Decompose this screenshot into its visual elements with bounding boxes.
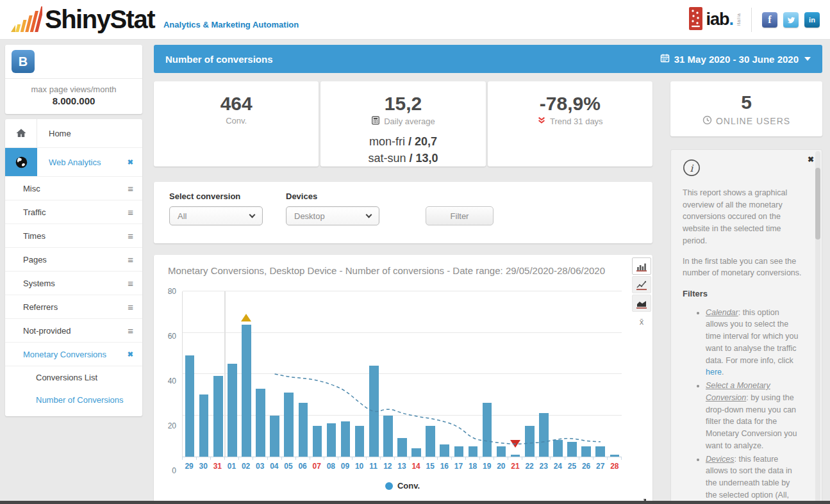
- conversion-select[interactable]: All: [169, 206, 263, 225]
- legend-label: Conv.: [397, 481, 420, 491]
- bar-02[interactable]: [242, 325, 251, 457]
- bar-26[interactable]: [581, 446, 591, 457]
- bar-14[interactable]: [411, 448, 421, 457]
- filters-bullet-list: Calendar: this option allows you to sele…: [683, 307, 802, 504]
- bar-05[interactable]: [284, 393, 294, 457]
- conversions-label: Conv.: [154, 116, 319, 126]
- bar-29[interactable]: [185, 355, 195, 457]
- menu-handle-icon[interactable]: ≡: [128, 207, 133, 218]
- x-tick-label: 01: [224, 462, 238, 471]
- sidebar-item-misc[interactable]: Misc≡: [5, 177, 142, 200]
- filter-panel: Select conversion All Devices Desktop: [154, 182, 652, 243]
- sidebar-item-monetary-conversions[interactable]: Monetary Conversions✖: [5, 343, 142, 366]
- bar-30[interactable]: [199, 394, 209, 457]
- help-link[interactable]: here: [706, 368, 722, 377]
- home-icon: [5, 119, 37, 147]
- bar-16[interactable]: [440, 444, 449, 457]
- bar-slot: [310, 291, 324, 457]
- calculator-icon: [371, 116, 380, 127]
- app-header: ShinyStat Analytics & Marketing Automati…: [0, 0, 830, 40]
- facebook-icon[interactable]: f: [762, 12, 777, 28]
- x-tick-label: 23: [536, 462, 551, 471]
- bar-22[interactable]: [525, 426, 535, 457]
- sidebar-item-number-of-conversions[interactable]: Number of Conversions: [5, 389, 142, 411]
- filters-bullet-devices: Devices: this feature allows to sort the…: [706, 453, 802, 504]
- main-area: Number of conversions 31 May 2020 - 30 J…: [154, 45, 822, 504]
- y-tick-label: 80: [168, 287, 176, 296]
- bar-slot: [438, 291, 452, 457]
- menu-handle-icon[interactable]: ≡: [128, 254, 133, 265]
- bar-09[interactable]: [341, 421, 351, 457]
- plan-info: max page views/month 8.000.000: [5, 79, 142, 114]
- line-chart-icon[interactable]: [632, 276, 651, 293]
- chart-legend[interactable]: Conv.: [162, 481, 643, 491]
- bar-07[interactable]: [313, 426, 322, 457]
- bar-15[interactable]: [426, 426, 435, 457]
- bar-31[interactable]: [213, 376, 223, 457]
- bar-01[interactable]: [228, 364, 237, 457]
- bar-28[interactable]: [610, 455, 620, 457]
- linkedin-icon[interactable]: in: [804, 12, 820, 28]
- area-chart-icon[interactable]: [632, 295, 651, 312]
- bar-13[interactable]: [397, 438, 407, 457]
- scrollbar-thumb[interactable]: [815, 168, 820, 240]
- bullet-term: Select a Monetary Conversion: [706, 381, 770, 402]
- triangle-down-marker: [510, 440, 520, 448]
- menu-handle-icon[interactable]: ≡: [128, 325, 133, 336]
- x-tick-label: 16: [437, 462, 451, 471]
- bar-12[interactable]: [383, 416, 393, 457]
- menu-handle-icon[interactable]: ≡: [128, 183, 133, 194]
- bar-18[interactable]: [469, 446, 478, 457]
- sidebar-item-referrers[interactable]: Referrers≡: [5, 295, 142, 319]
- bar-04[interactable]: [270, 416, 279, 457]
- close-icon[interactable]: ✖: [808, 154, 814, 165]
- sidebar-item-systems[interactable]: Systems≡: [5, 272, 142, 295]
- plan-label: max page views/month: [5, 85, 142, 94]
- bar-19[interactable]: [483, 403, 492, 457]
- sidebar-item-label: Number of Conversions: [36, 395, 124, 405]
- bar-chart-icon[interactable]: [632, 257, 651, 275]
- sidebar-item-label: Pages: [23, 255, 47, 264]
- date-range-picker[interactable]: 31 May 2020 - 30 June 2020: [660, 53, 811, 65]
- sidebar-item-pages[interactable]: Pages≡: [5, 248, 142, 272]
- sidebar-item-traffic[interactable]: Traffic≡: [5, 200, 142, 224]
- bar-slot: [522, 291, 536, 457]
- bar-slot: [565, 291, 579, 457]
- bar-slot: [593, 291, 608, 457]
- sidebar-item-times[interactable]: Times≡: [5, 224, 142, 248]
- bar-03[interactable]: [256, 389, 265, 457]
- sidebar-item-conversions-list[interactable]: Conversions List: [5, 366, 142, 389]
- close-icon[interactable]: ✖: [128, 158, 133, 167]
- bar-23[interactable]: [539, 413, 549, 457]
- chart-body: 020406080 293031010203040506070809101112…: [162, 291, 643, 471]
- menu-handle-icon[interactable]: ≡: [128, 231, 133, 241]
- close-icon[interactable]: ✖: [128, 350, 133, 359]
- bar-slot: [424, 291, 438, 457]
- bar-17[interactable]: [454, 446, 464, 457]
- menu-handle-icon[interactable]: ≡: [128, 278, 133, 289]
- bar-27[interactable]: [595, 446, 605, 457]
- mean-icon[interactable]: x̄: [632, 313, 651, 330]
- sidebar-item-home[interactable]: Home: [5, 119, 142, 148]
- twitter-icon[interactable]: [783, 12, 799, 28]
- chart-panel: Monetary Conversions, Desktop Device - N…: [154, 255, 652, 504]
- bar-21[interactable]: [511, 455, 520, 457]
- bar-06[interactable]: [299, 403, 308, 457]
- bar-08[interactable]: [327, 423, 336, 457]
- bar-20[interactable]: [497, 446, 506, 457]
- devices-select[interactable]: Desktop: [286, 206, 379, 225]
- scrollbar-track[interactable]: [815, 151, 820, 504]
- menu-handle-icon[interactable]: ≡: [128, 302, 133, 313]
- sidebar-item-label: Home: [49, 129, 71, 138]
- x-tick-label: 31: [210, 462, 224, 471]
- trend-label: Trend 31 days: [550, 117, 603, 126]
- bar-10[interactable]: [355, 426, 365, 457]
- filter-button[interactable]: Filter: [426, 206, 494, 225]
- bar-24[interactable]: [553, 440, 563, 457]
- sidebar-item-not-provided[interactable]: Not-provided≡: [5, 319, 142, 343]
- sidebar-item-web-analytics[interactable]: Web Analytics✖: [5, 148, 142, 177]
- bar-11[interactable]: [369, 366, 379, 457]
- plan-badge[interactable]: B: [12, 50, 35, 73]
- daily-average-value: 15,2: [320, 93, 485, 115]
- bar-25[interactable]: [567, 442, 577, 457]
